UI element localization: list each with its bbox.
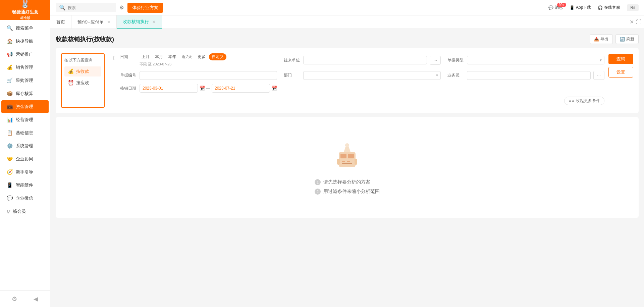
- filter-row-2: 单据编号 部门 ▼ 业务员 ·: [120, 71, 604, 80]
- settings-bottom-icon[interactable]: ⚙: [12, 295, 17, 303]
- query-button[interactable]: 查询: [608, 54, 633, 64]
- collapse-sidebar-icon[interactable]: ◀: [34, 295, 38, 303]
- filter-option-by-receipt[interactable]: 💰 按收款: [64, 66, 101, 76]
- calendar-start-icon[interactable]: 📅: [199, 86, 205, 91]
- gear-icon[interactable]: ⚙: [119, 4, 124, 11]
- tab-prepay[interactable]: 预付冲应付单 ✕: [71, 15, 117, 29]
- sidebar-item-search[interactable]: 🔍 搜索菜单: [1, 22, 49, 35]
- sidebar-item-sales[interactable]: 💰 销售管理: [1, 61, 49, 74]
- online-service-button[interactable]: 🎧 在线客服: [598, 5, 620, 10]
- filter-option-receivable-label: 按应收: [76, 80, 89, 86]
- search-box[interactable]: 🔍: [56, 3, 116, 12]
- user-label: Rit: [630, 5, 635, 10]
- solution-button[interactable]: 体验行业方案: [127, 3, 163, 13]
- service-icon: 🎧: [598, 5, 603, 10]
- app-icon: 📱: [570, 5, 575, 10]
- sidebar-label-search: 搜索菜单: [16, 25, 33, 31]
- bill-type-select[interactable]: [467, 56, 604, 64]
- collapse-more-btn[interactable]: ∧∧ 收起更多条件: [564, 97, 604, 105]
- message-button[interactable]: 💬 消息 99+: [548, 5, 563, 10]
- app-download-button[interactable]: 📱 App下载: [570, 5, 591, 10]
- partner-label: 往来单位: [284, 57, 301, 63]
- topbar: 🔍 ⚙ 体验行业方案 💬 消息 99+ 📱 App下载 🎧 在线客服 Rit: [50, 0, 644, 15]
- sidebar-item-finance[interactable]: 💼 资金管理: [1, 100, 49, 113]
- search-input[interactable]: [68, 5, 108, 10]
- sales-input[interactable]: [467, 71, 591, 80]
- sidebar-label-operations: 经营管理: [16, 117, 33, 123]
- filter-collapse-row: ∧∧ 收起更多条件: [120, 97, 604, 105]
- partner-row: 往来单位 ···: [284, 56, 441, 65]
- svg-point-9: [345, 143, 349, 147]
- operations-icon: 📊: [7, 117, 13, 123]
- svg-rect-6: [337, 159, 340, 165]
- sidebar-item-basic[interactable]: 📋 基础信息: [1, 126, 49, 139]
- sidebar-item-member[interactable]: V 畅会员: [1, 205, 49, 218]
- date-quick-custom[interactable]: 自定义: [209, 53, 226, 60]
- tab-prepay-close[interactable]: ✕: [107, 20, 110, 24]
- sidebar-item-marketing[interactable]: 📢 营销推广: [1, 48, 49, 61]
- sales-more-btn[interactable]: ···: [593, 71, 604, 80]
- tab-home[interactable]: 首页: [50, 15, 71, 29]
- sidebar-item-operations[interactable]: 📊 经营管理: [1, 113, 49, 126]
- chevron-up-icon: ∧∧: [569, 99, 575, 103]
- verify-date-start-input[interactable]: [140, 84, 198, 93]
- export-button[interactable]: 📤 导出: [590, 34, 613, 44]
- filter-form: 日期 上月 本月 本年 近7天 更多 自定义: [120, 53, 604, 108]
- message-badge: 99+: [557, 3, 566, 7]
- sidebar-item-purchase[interactable]: 🛒 采购管理: [1, 74, 49, 87]
- sidebar-item-inventory[interactable]: 📦 库存核算: [1, 87, 49, 100]
- content-area: 收款核销执行(按收款) 📤 导出 🔄 刷新 按以下方案查询 💰 按收款: [50, 29, 644, 307]
- dept-row: 部门 ▼: [284, 71, 441, 80]
- app-label: App下载: [576, 5, 591, 10]
- sidebar-item-quicknav[interactable]: 🏠 快捷导航: [1, 35, 49, 48]
- sidebar-label-basic: 基础信息: [16, 130, 33, 136]
- bill-no-input[interactable]: [140, 71, 277, 80]
- sidebar-item-wechat[interactable]: 💬 企业微信: [1, 192, 49, 205]
- sidebar-item-hardware[interactable]: 📱 智能硬件: [1, 179, 49, 192]
- verify-date-end-input[interactable]: [212, 84, 270, 93]
- settings-button[interactable]: 设置: [608, 67, 633, 78]
- purchase-icon: 🛒: [7, 78, 13, 84]
- sidebar-item-guide[interactable]: 🧭 新手引导: [1, 166, 49, 178]
- date-quick-last-month[interactable]: 上月: [140, 53, 152, 60]
- sidebar-label-marketing: 营销推广: [16, 51, 33, 57]
- date-quick-7days[interactable]: 近7天: [180, 53, 194, 60]
- empty-tip-1: 1 请先选择要分析的方案: [315, 179, 380, 185]
- bill-no-row: 单据编号: [120, 71, 277, 80]
- filter-option-by-receivable[interactable]: ⏰ 按应收: [64, 78, 101, 88]
- filter-collapse-side: 《: [109, 53, 116, 108]
- app-logo: 🐰 畅捷通好生意 标准版: [0, 0, 50, 20]
- filter-scheme-panel: 按以下方案查询 💰 按收款 ⏰ 按应收: [61, 53, 105, 108]
- filter-actions: 查询 设置: [608, 53, 633, 108]
- svg-rect-2: [348, 154, 354, 158]
- tab-receipt[interactable]: 收款核销执行 ✕: [117, 15, 162, 29]
- dept-label: 部门: [284, 72, 301, 78]
- empty-tips: 1 请先选择要分析的方案 2 用过滤条件来缩小分析范围: [315, 179, 380, 195]
- bill-no-label: 单据编号: [120, 72, 137, 78]
- tab-receipt-close[interactable]: ✕: [152, 19, 156, 24]
- sidebar: 🐰 畅捷通好生意 标准版 🔍 搜索菜单 🏠 快捷导航 📢 营销推广 💰 销售管理…: [0, 0, 50, 307]
- expand-icon[interactable]: ⛶: [636, 19, 641, 25]
- date-quick-more[interactable]: 更多: [196, 53, 208, 60]
- tip-num-2: 2: [315, 189, 321, 195]
- close-tab-icon[interactable]: ✕: [630, 19, 634, 25]
- search-icon: 🔍: [7, 25, 13, 31]
- partner-more-btn[interactable]: ···: [430, 56, 441, 65]
- empty-state: 1 请先选择要分析的方案 2 用过滤条件来缩小分析范围: [56, 117, 639, 218]
- export-label: 导出: [600, 36, 608, 42]
- sidebar-item-enterprise[interactable]: 🤝 企业协同: [1, 153, 49, 165]
- refresh-button[interactable]: 🔄 刷新: [615, 34, 639, 44]
- collapse-btn[interactable]: 《: [109, 54, 116, 63]
- tabbar-actions: ✕ ⛶: [630, 15, 644, 29]
- sidebar-item-system[interactable]: ⚙️ 系统管理: [1, 140, 49, 152]
- partner-input[interactable]: [303, 56, 427, 64]
- sidebar-label-system: 系统管理: [16, 143, 33, 149]
- date-quick-this-year[interactable]: 本年: [166, 53, 178, 60]
- user-menu[interactable]: Rit: [627, 4, 639, 11]
- dept-select[interactable]: [303, 71, 441, 80]
- bill-type-label: 单据类型: [447, 57, 464, 63]
- date-quick-this-month[interactable]: 本月: [153, 53, 165, 60]
- tab-prepay-label: 预付冲应付单: [77, 19, 104, 25]
- date-no-limit-row: 不限 至 2023-07-26: [120, 62, 277, 67]
- calendar-end-icon[interactable]: 📅: [271, 86, 277, 91]
